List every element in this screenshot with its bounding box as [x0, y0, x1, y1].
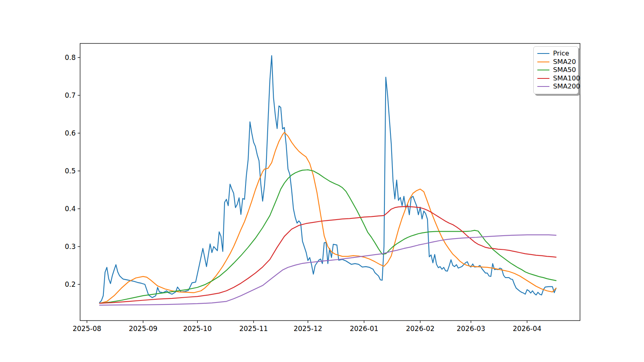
legend-entry-sma20: SMA20 [537, 58, 574, 66]
legend-label: SMA200 [553, 83, 580, 90]
price-line-swatch-icon [537, 53, 549, 54]
y-tick-label: 0.2 [65, 280, 76, 288]
y-tick-label: 0.5 [65, 167, 76, 175]
x-tick-label: 2026-02 [406, 325, 434, 333]
legend: Price SMA20 SMA50 SMA100 SMA200 [533, 46, 578, 94]
x-tick-label: 2025-12 [293, 325, 322, 333]
legend-entry-sma100: SMA100 [537, 74, 574, 83]
y-tick-label: 0.7 [65, 91, 76, 99]
y-tick-label: 0.8 [65, 53, 76, 62]
legend-entry-sma50: SMA50 [537, 66, 574, 74]
y-tick-label: 0.4 [65, 205, 76, 213]
x-tick-label: 2026-03 [456, 325, 485, 333]
legend-label: SMA50 [553, 67, 576, 74]
x-tick-label: 2025-10 [183, 325, 212, 333]
sma200-line-swatch-icon [537, 86, 549, 87]
sma50-line-swatch-icon [537, 70, 549, 70]
legend-label: SMA100 [553, 75, 580, 82]
chart-figure: 2025-082025-092025-102025-112025-122026-… [0, 0, 644, 362]
legend-label: Price [553, 50, 569, 57]
sma100-line-swatch-icon [537, 78, 549, 79]
x-tick-label: 2025-08 [72, 325, 101, 333]
y-tick-label: 0.6 [65, 129, 76, 137]
sma20-line-swatch-icon [537, 62, 549, 62]
x-tick-label: 2026-04 [513, 325, 541, 333]
x-tick-label: 2026-01 [350, 325, 378, 333]
x-tick-label: 2025-11 [239, 325, 268, 333]
legend-entry-sma200: SMA200 [537, 82, 574, 91]
legend-entry-price: Price [537, 49, 574, 58]
legend-label: SMA20 [553, 59, 576, 66]
x-tick-label: 2025-09 [129, 325, 157, 333]
y-tick-label: 0.3 [65, 243, 76, 251]
